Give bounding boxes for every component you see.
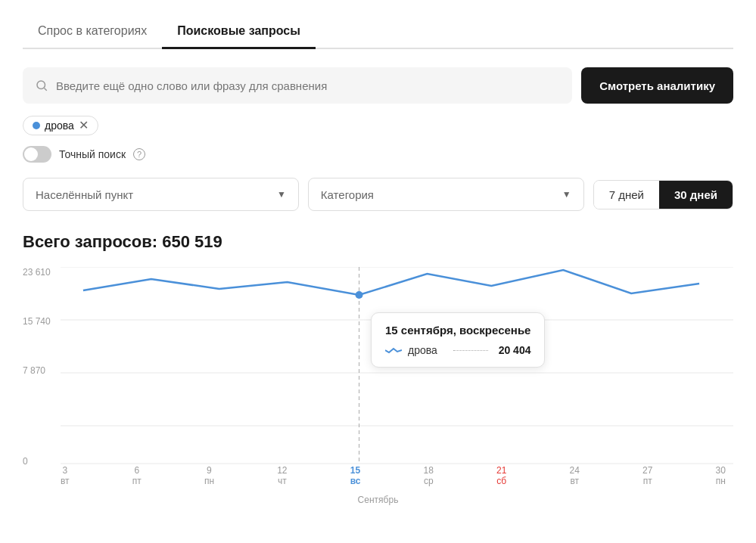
location-select-wrap: Населённый пункт ▼ — [23, 178, 299, 211]
category-label: Категория — [321, 188, 374, 201]
x-label-6: 6 пт — [132, 465, 142, 486]
tag-label: дрова — [45, 119, 74, 132]
location-chevron-icon: ▼ — [277, 189, 286, 200]
analytics-button[interactable]: Смотреть аналитику — [581, 67, 733, 104]
period-30-button[interactable]: 30 дней — [659, 181, 733, 209]
period-7-button[interactable]: 7 дней — [594, 181, 659, 209]
exact-search-label: Точный поиск — [59, 148, 126, 160]
location-select[interactable]: Населённый пункт ▼ — [23, 178, 299, 211]
month-label: Сентябрь — [358, 495, 399, 505]
search-icon — [35, 79, 48, 92]
x-label-9: 9 пн — [204, 465, 214, 486]
search-row: Смотреть аналитику — [23, 67, 733, 104]
x-axis: 3 вт 6 пт 9 пн 12 чт 15 вс 18 ср 21 сб 2… — [61, 465, 726, 486]
x-label-3: 3 вт — [61, 465, 70, 486]
y-label-mid2: 7 870 — [23, 365, 57, 376]
help-icon[interactable]: ? — [133, 148, 145, 160]
x-label-21: 21 сб — [496, 465, 506, 486]
chart-line-drova — [83, 270, 699, 295]
svg-point-0 — [37, 81, 45, 89]
location-label: Населённый пункт — [36, 188, 133, 201]
y-label-zero: 0 — [23, 456, 57, 467]
x-label-24: 24 вт — [570, 465, 580, 486]
tag-dot — [33, 122, 40, 129]
y-label-mid1: 15 740 — [23, 316, 57, 327]
x-label-30: 30 пн — [716, 465, 726, 486]
toggle-knob — [24, 147, 38, 161]
tag-drova: дрова ✕ — [23, 116, 98, 135]
x-label-12: 12 чт — [277, 465, 287, 486]
y-axis: 23 610 15 740 7 870 0 — [23, 267, 59, 464]
x-label-27: 27 пт — [642, 465, 652, 486]
x-label-18: 18 ср — [424, 465, 434, 486]
category-select-wrap: Категория ▼ — [308, 178, 584, 211]
search-input-wrap — [23, 67, 572, 104]
chart-title: Всего запросов: 650 519 — [23, 232, 733, 252]
y-label-max: 23 610 — [23, 267, 57, 278]
chart-svg — [23, 267, 733, 479]
chart-point-day15 — [356, 291, 363, 299]
category-chevron-icon: ▼ — [562, 189, 571, 200]
chart-container: 23 610 15 740 7 870 0 3 вт 6 пт 9 пн 12 … — [23, 267, 733, 509]
tab-queries[interactable]: Поисковые запросы — [162, 15, 316, 49]
toggle-row: Точный поиск ? — [23, 146, 733, 163]
category-select[interactable]: Категория ▼ — [308, 178, 584, 211]
search-input[interactable] — [56, 79, 560, 92]
tag-close-button[interactable]: ✕ — [79, 119, 89, 132]
period-buttons: 7 дней 30 дней — [593, 180, 733, 209]
tags-row: дрова ✕ — [23, 116, 733, 135]
tab-categories[interactable]: Спрос в категориях — [23, 15, 162, 49]
tabs-bar: Спрос в категориях Поисковые запросы — [23, 15, 733, 49]
svg-line-1 — [44, 88, 46, 90]
exact-search-toggle[interactable] — [23, 146, 51, 163]
x-label-15: 15 вс — [350, 465, 361, 486]
filters-row: Населённый пункт ▼ Категория ▼ 7 дней 30… — [23, 178, 733, 211]
